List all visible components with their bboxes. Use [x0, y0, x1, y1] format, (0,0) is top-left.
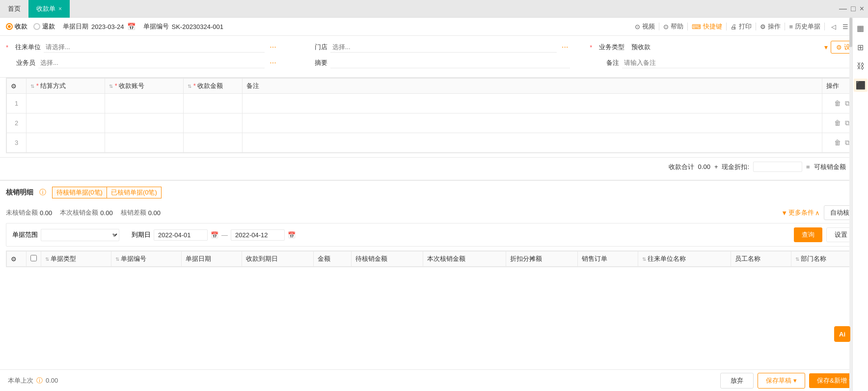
- partner-input[interactable]: [44, 42, 265, 53]
- salesman-more-btn[interactable]: ···: [268, 58, 278, 67]
- row-3-remark[interactable]: [243, 133, 822, 153]
- table-gear-header[interactable]: ⚙: [7, 79, 27, 94]
- calendar-from-icon[interactable]: 📅: [211, 231, 218, 239]
- range-dropdown-icon: ▾: [112, 231, 116, 239]
- plus-sign: +: [714, 163, 718, 170]
- tab-pending[interactable]: 待核销单据(0笔): [52, 187, 107, 198]
- btable-pending-amount-header: 待核销金额: [351, 251, 423, 267]
- btable-partner-name-header: ⇅ 往来单位名称: [638, 251, 731, 267]
- biz-type-dropdown-icon[interactable]: ▾: [824, 43, 828, 51]
- calendar-to-icon[interactable]: 📅: [288, 231, 296, 239]
- print-btn[interactable]: 🖨 打印: [731, 22, 752, 31]
- video-btn[interactable]: ⊙ 视频: [635, 22, 655, 31]
- tab-receipt[interactable]: 收款单 ×: [28, 0, 70, 18]
- radio-shoukuan-circle: [6, 23, 13, 30]
- scroll-thumb[interactable]: [849, 18, 852, 47]
- biz-type-value[interactable]: 预收款: [627, 41, 821, 53]
- bill-no-value[interactable]: SK-20230324-001: [172, 23, 224, 30]
- equals-sign: =: [806, 163, 810, 170]
- date-to-input[interactable]: [231, 229, 285, 241]
- row-3-account[interactable]: [105, 133, 184, 153]
- radio-shoukuan[interactable]: 收款: [6, 22, 27, 31]
- verifiable-label: 可核销金额: [814, 163, 846, 171]
- minimize-btn[interactable]: —: [839, 4, 847, 13]
- row-3-delete-icon[interactable]: 🗑: [834, 139, 841, 147]
- this-time-stat: 本次核销金额 0.00: [60, 208, 112, 217]
- shortcut-icon: ⌨: [692, 23, 701, 30]
- sidebar-icon-4[interactable]: ⬛: [854, 79, 868, 92]
- bill-date-value[interactable]: 2023-03-24: [91, 23, 124, 30]
- salesman-field: 业务员 ···: [6, 57, 278, 68]
- salesman-input[interactable]: [38, 57, 265, 68]
- prev-info-icon[interactable]: ⓘ: [36, 376, 43, 385]
- row-3-copy-icon[interactable]: ⧉: [845, 139, 850, 147]
- verification-tabs: 待核销单据(0笔) 已核销单据(0笔): [52, 187, 162, 198]
- help-icon: ⊙: [663, 23, 669, 30]
- shortcut-btn[interactable]: ⌨ 快捷键: [692, 22, 722, 31]
- note-input[interactable]: [622, 57, 862, 68]
- col-amount-header: ⇅ * 收款金额: [184, 79, 243, 94]
- verification-info-icon[interactable]: ⓘ: [39, 188, 46, 197]
- bill-no-label: 单据编号: [143, 22, 169, 31]
- settings-icon: ⚙: [836, 44, 842, 51]
- row-1-delete-icon[interactable]: 🗑: [834, 99, 841, 108]
- bottom-bar: 本单上次 ⓘ 0.00 放弃 保存草稿 ▾ 保存&新增 ▾: [0, 369, 868, 391]
- row-2-account[interactable]: [105, 113, 184, 133]
- video-icon: ⊙: [635, 23, 640, 30]
- ops-btn[interactable]: ⚙ 操作: [760, 22, 781, 31]
- date-filter: 到期日 📅 — 📅: [132, 229, 296, 241]
- ai-badge[interactable]: Ai: [834, 326, 850, 342]
- layout-icon-2[interactable]: ☰: [841, 22, 850, 31]
- partner-field: * 往来单位 ···: [6, 42, 278, 53]
- range-label: 单据范围: [12, 230, 38, 239]
- btable-staff-name-header: 员工名称: [731, 251, 791, 267]
- remark-input[interactable]: [330, 57, 570, 68]
- abandon-btn[interactable]: 放弃: [720, 373, 754, 389]
- history-btn[interactable]: ≡ 历史单据: [789, 22, 820, 31]
- row-2-settlement[interactable]: [27, 113, 105, 133]
- col-account-header: ⇅ * 收款账号: [105, 79, 184, 94]
- calendar-icon[interactable]: 📅: [127, 23, 136, 30]
- row-2-copy-icon[interactable]: ⧉: [845, 119, 850, 127]
- row-2-amount[interactable]: [184, 113, 243, 133]
- tab-done[interactable]: 已核销单据(0笔): [107, 187, 162, 198]
- maximize-btn[interactable]: □: [851, 4, 856, 13]
- btable-bill-no-header: ⇅ 单据编号: [111, 251, 182, 267]
- query-btn[interactable]: 查询: [794, 227, 822, 242]
- row-3-amount[interactable]: [184, 133, 243, 153]
- sidebar-icon-2[interactable]: ⊞: [855, 41, 866, 54]
- help-btn[interactable]: ⊙ 帮助: [663, 22, 683, 31]
- sidebar-icon-1[interactable]: ▦: [855, 22, 866, 35]
- btable-gear-header[interactable]: ⚙: [7, 251, 27, 267]
- row-1-remark[interactable]: [243, 94, 822, 113]
- row-2-delete-icon[interactable]: 🗑: [834, 119, 841, 127]
- date-from-input[interactable]: [154, 229, 208, 241]
- shop-input[interactable]: [330, 42, 557, 53]
- row-num-1: 1: [7, 94, 27, 113]
- tab-close-icon[interactable]: ×: [58, 5, 62, 12]
- partner-more-btn[interactable]: ···: [268, 43, 278, 52]
- tab-home[interactable]: 首页: [0, 0, 28, 18]
- sidebar-icon-3[interactable]: ⛓: [855, 60, 867, 73]
- row-2-remark[interactable]: [243, 113, 822, 133]
- row-1-copy-icon[interactable]: ⧉: [845, 99, 850, 108]
- btable-select-all[interactable]: [30, 255, 37, 261]
- row-1-account[interactable]: [105, 94, 184, 113]
- filter-icon: ▼: [781, 209, 787, 217]
- radio-shoukuan-label: 收款: [15, 22, 27, 31]
- layout-icon-1[interactable]: ◁: [829, 22, 839, 31]
- shop-more-btn[interactable]: ···: [560, 43, 570, 52]
- save-draft-btn[interactable]: 保存草稿 ▾: [758, 373, 805, 389]
- btable-checkbox-header[interactable]: [27, 251, 41, 267]
- row-3-settlement[interactable]: [27, 133, 105, 153]
- row-1-settlement[interactable]: [27, 94, 105, 113]
- btable-bill-type-header: ⇅ 单据类型: [41, 251, 111, 267]
- discount-input[interactable]: [753, 162, 802, 172]
- close-btn[interactable]: ×: [860, 4, 864, 13]
- row-1-amount[interactable]: [184, 94, 243, 113]
- range-select[interactable]: [41, 229, 119, 241]
- tab-home-label: 首页: [8, 4, 21, 13]
- summary-row: 收款合计 0.00 + 现金折扣: = 可核销金额 0.00: [0, 157, 868, 176]
- radio-tuikuan[interactable]: 退款: [33, 22, 55, 31]
- more-conditions-btn[interactable]: ▼ 更多条件 ∧: [781, 208, 820, 217]
